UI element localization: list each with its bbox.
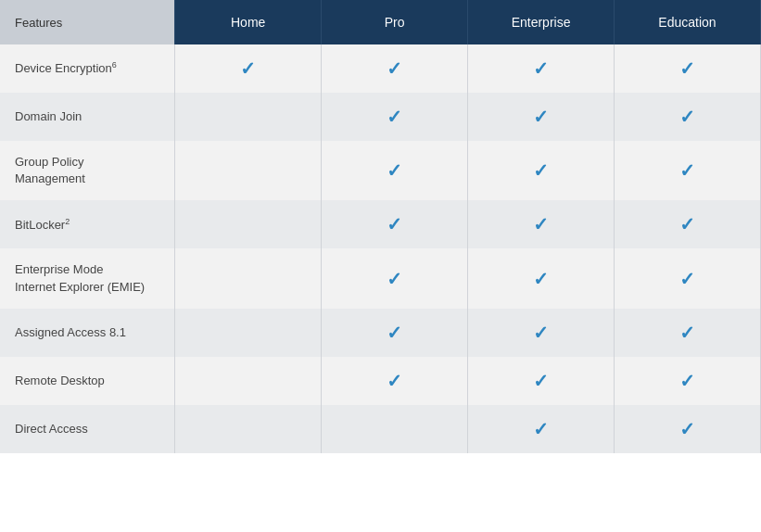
- check-icon: ✓: [679, 418, 695, 440]
- table-row: Group PolicyManagement✓✓✓: [0, 141, 761, 200]
- cell-education: ✓: [615, 93, 761, 141]
- check-icon: ✓: [387, 370, 402, 392]
- cell-home: [175, 141, 322, 200]
- cell-education: ✓: [615, 357, 761, 405]
- check-icon: ✓: [679, 322, 695, 344]
- cell-pro: ✓: [322, 200, 468, 248]
- cell-pro: ✓: [322, 309, 468, 357]
- table-row: Enterprise ModeInternet Explorer (EMIE)✓…: [0, 248, 761, 308]
- check-icon: ✓: [679, 268, 695, 290]
- comparison-table: Features Home Pro Enterprise Education D…: [0, 0, 761, 453]
- feature-name-cell: Device Encryption6: [0, 44, 175, 93]
- table-row: BitLocker2✓✓✓: [0, 200, 761, 248]
- cell-enterprise: ✓: [468, 357, 615, 405]
- cell-enterprise: ✓: [468, 44, 615, 93]
- cell-pro: ✓: [322, 357, 468, 405]
- cell-enterprise: ✓: [468, 93, 615, 141]
- cell-enterprise: ✓: [468, 309, 615, 357]
- cell-enterprise: ✓: [468, 200, 615, 248]
- check-icon: ✓: [533, 268, 549, 290]
- header-education: Education: [615, 0, 761, 44]
- cell-home: ✓: [175, 44, 322, 93]
- cell-education: ✓: [615, 405, 761, 453]
- check-icon: ✓: [679, 370, 695, 392]
- cell-enterprise: ✓: [468, 248, 615, 308]
- cell-home: [175, 248, 322, 308]
- header-home: Home: [175, 0, 322, 44]
- table-row: Assigned Access 8.1✓✓✓: [0, 309, 761, 357]
- table-row: Device Encryption6✓✓✓✓: [0, 44, 761, 93]
- cell-education: ✓: [615, 309, 761, 357]
- check-icon: ✓: [387, 57, 402, 80]
- header-features: Features: [0, 0, 175, 44]
- feature-name-cell: Domain Join: [0, 93, 175, 141]
- check-icon: ✓: [533, 213, 549, 235]
- check-icon: ✓: [533, 418, 549, 440]
- cell-home: [175, 93, 322, 141]
- cell-home: [175, 405, 322, 453]
- feature-name-cell: BitLocker2: [0, 200, 175, 248]
- cell-enterprise: ✓: [468, 405, 615, 453]
- table-row: Direct Access✓✓: [0, 405, 761, 453]
- cell-home: [175, 200, 322, 248]
- check-icon: ✓: [533, 322, 549, 344]
- cell-home: [175, 309, 322, 357]
- cell-pro: ✓: [322, 141, 468, 200]
- check-icon: ✓: [679, 159, 695, 182]
- check-icon: ✓: [387, 322, 402, 344]
- cell-education: ✓: [615, 248, 761, 308]
- cell-home: [175, 357, 322, 405]
- cell-pro: ✓: [322, 44, 468, 93]
- table-row: Domain Join✓✓✓: [0, 93, 761, 141]
- check-icon: ✓: [387, 268, 402, 290]
- header-pro: Pro: [322, 0, 468, 44]
- check-icon: ✓: [240, 57, 256, 80]
- check-icon: ✓: [387, 159, 402, 182]
- cell-education: ✓: [615, 44, 761, 93]
- table-row: Remote Desktop✓✓✓: [0, 357, 761, 405]
- cell-pro: [322, 405, 468, 453]
- feature-name-cell: Enterprise ModeInternet Explorer (EMIE): [0, 248, 175, 308]
- check-icon: ✓: [387, 106, 402, 128]
- feature-name-cell: Assigned Access 8.1: [0, 309, 175, 357]
- cell-education: ✓: [615, 141, 761, 200]
- feature-name-cell: Group PolicyManagement: [0, 141, 175, 200]
- feature-name-cell: Direct Access: [0, 405, 175, 453]
- check-icon: ✓: [533, 106, 549, 128]
- check-icon: ✓: [679, 106, 695, 128]
- check-icon: ✓: [533, 370, 549, 392]
- check-icon: ✓: [387, 213, 402, 235]
- cell-enterprise: ✓: [468, 141, 615, 200]
- cell-pro: ✓: [322, 93, 468, 141]
- cell-pro: ✓: [322, 248, 468, 308]
- check-icon: ✓: [679, 213, 695, 235]
- check-icon: ✓: [533, 159, 549, 182]
- feature-name-cell: Remote Desktop: [0, 357, 175, 405]
- header-enterprise: Enterprise: [468, 0, 615, 44]
- check-icon: ✓: [679, 57, 695, 80]
- cell-education: ✓: [615, 200, 761, 248]
- check-icon: ✓: [533, 57, 549, 80]
